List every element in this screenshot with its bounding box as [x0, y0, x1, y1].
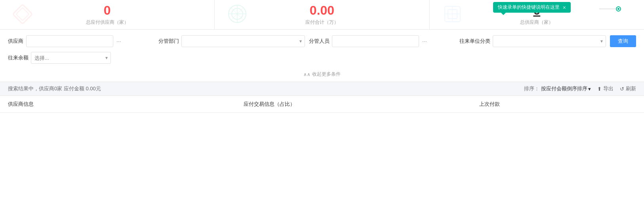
person-label: 分管人员	[309, 38, 330, 45]
filter-bar: 供应商 ··· 分管部门 ▾ 分管人员 ··· 往来单位分类 ▾	[0, 30, 644, 82]
balance-label: 往来余额	[8, 54, 29, 61]
filter-row-2: 往来余额 ▾	[8, 52, 636, 64]
collapse-text: 收起更多条件	[312, 71, 341, 78]
svg-rect-0	[13, 4, 32, 24]
stat-payable-suppliers: 0 总应付供应商（家）	[0, 0, 215, 29]
results-bar: 搜索结果中，供应商0家 应付金额 0.00元 排序： 按应付会额倒序排序 ▾ ⬆…	[0, 82, 644, 96]
tooltip-bubble: 快速录单的快捷键说明在这里 ×	[493, 2, 571, 13]
department-label: 分管部门	[158, 38, 179, 45]
person-input[interactable]	[332, 35, 419, 47]
tooltip-text: 快速录单的快捷键说明在这里	[498, 4, 560, 11]
filter-supplier-group: 供应商 ···	[8, 35, 154, 47]
results-info: 搜索结果中，供应商0家 应付金额 0.00元	[8, 85, 101, 92]
results-actions: 排序： 按应付会额倒序排序 ▾ ⬆ 导出 ↺ 刷新	[524, 85, 636, 92]
payable-total-number: 0.00	[310, 4, 334, 17]
department-input[interactable]	[181, 35, 305, 47]
balance-input[interactable]	[31, 52, 111, 64]
refresh-icon: ↺	[620, 86, 624, 92]
total-suppliers-label: 总供应商（家）	[520, 19, 553, 26]
filter-person-group: 分管人员 ···	[309, 35, 455, 47]
export-button[interactable]: ⬆ 导出	[597, 85, 614, 92]
unit-class-label: 往来单位分类	[459, 38, 490, 45]
stat-total-suppliers: 快速录单的快捷键说明在这里 × 0 总供应商（家）	[430, 0, 644, 29]
sort-label: 排序：	[524, 85, 539, 92]
stats-bar: 0 总应付供应商（家） 0.00 应付合计（万） 快速录单的快捷键说明在这里 ×	[0, 0, 644, 30]
collapse-bar: ∧∧ 收起更多条件	[8, 69, 636, 82]
tooltip-close-button[interactable]: ×	[563, 4, 566, 11]
col-supplier-header: 供应商信息	[8, 101, 244, 108]
collapse-up-icon: ∧∧	[303, 72, 311, 77]
suppliers-bg-icon	[442, 3, 463, 25]
balance-input-wrap: ▾	[31, 52, 111, 64]
unit-class-input-wrap: ▾	[493, 35, 606, 47]
supplier-label: 供应商	[8, 38, 24, 45]
supplier-dots-button[interactable]: ···	[116, 38, 122, 44]
tooltip-indicator	[599, 7, 620, 11]
filter-unit-class-group: 往来单位分类 ▾	[459, 35, 606, 47]
unit-class-input[interactable]	[493, 35, 606, 47]
collapse-button[interactable]: ∧∧ 收起更多条件	[303, 71, 341, 78]
diamond-bg-icon	[12, 3, 34, 25]
filter-row-1: 供应商 ··· 分管部门 ▾ 分管人员 ··· 往来单位分类 ▾	[8, 35, 636, 47]
filter-department-group: 分管部门 ▾	[158, 35, 305, 47]
payable-suppliers-number: 0	[104, 4, 111, 17]
table-header: 供应商信息 应付交易信息（占比） 上次付款	[0, 96, 644, 113]
sort-value-button[interactable]: 按应付会额倒序排序 ▾	[541, 85, 591, 92]
department-input-wrap: ▾	[181, 35, 305, 47]
supplier-input[interactable]	[26, 35, 113, 47]
payable-total-label: 应付合计（万）	[305, 19, 339, 26]
filter-balance-group: 往来余额 ▾	[8, 52, 111, 64]
col-payment-header: 上次付款	[479, 101, 636, 108]
stat-payable-total: 0.00 应付合计（万）	[215, 0, 429, 29]
person-dots-button[interactable]: ···	[421, 38, 428, 44]
sort-chevron-icon: ▾	[588, 86, 591, 92]
payable-suppliers-label: 总应付供应商（家）	[86, 19, 129, 26]
content-area	[0, 113, 644, 204]
export-icon: ⬆	[597, 86, 602, 92]
grain-bg-icon	[227, 3, 248, 25]
col-transaction-header: 应付交易信息（占比）	[244, 101, 479, 108]
query-button[interactable]: 查询	[610, 35, 636, 47]
refresh-button[interactable]: ↺ 刷新	[620, 85, 636, 92]
results-sort: 排序： 按应付会额倒序排序 ▾	[524, 85, 591, 92]
